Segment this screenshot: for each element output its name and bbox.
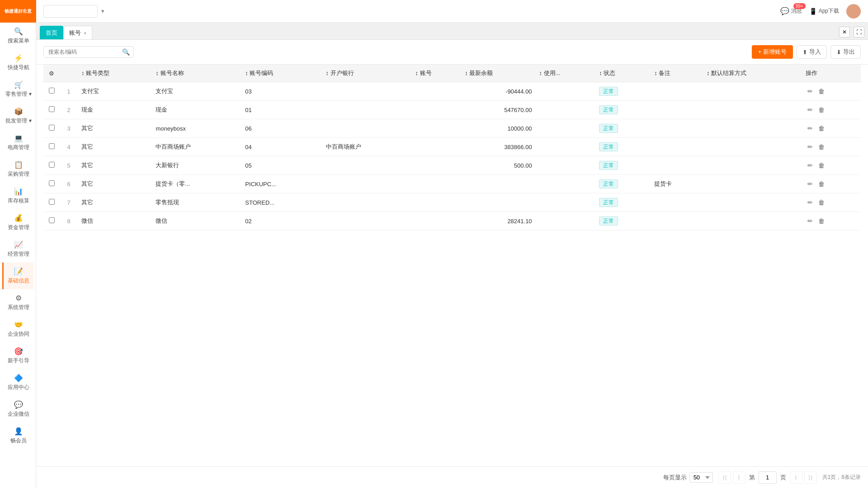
- col-type[interactable]: ↕ 账号类型: [78, 65, 152, 82]
- row-checkbox[interactable]: [43, 119, 60, 138]
- topbar-dropdown-icon[interactable]: ▾: [101, 8, 104, 14]
- row-usage: [536, 101, 596, 119]
- row-checkbox[interactable]: [43, 175, 60, 193]
- topbar-search-input[interactable]: [43, 5, 98, 18]
- row-type: 其它: [78, 175, 152, 193]
- row-code: 01: [241, 101, 322, 119]
- tab-home[interactable]: 首页: [40, 26, 63, 39]
- sidebar-item-快捷导航[interactable]: ⚡快捷导航: [2, 49, 33, 76]
- row-status: 正常: [595, 156, 651, 175]
- delete-button[interactable]: 🗑: [816, 179, 826, 188]
- row-actions: ✏ 🗑: [802, 138, 861, 156]
- row-checkbox[interactable]: [43, 101, 60, 119]
- row-checkbox[interactable]: [43, 82, 60, 101]
- edit-button[interactable]: ✏: [806, 87, 815, 96]
- add-account-button[interactable]: + 新增账号: [752, 45, 793, 59]
- sidebar-item-系统管理[interactable]: ⚙系统管理: [2, 289, 33, 316]
- row-usage: [536, 119, 596, 138]
- tab-maximize-button[interactable]: ⛶: [854, 27, 864, 38]
- col-usage[interactable]: ↕ 使用...: [536, 65, 596, 82]
- row-note: [651, 156, 703, 175]
- page-number-input[interactable]: [759, 471, 777, 484]
- page-prev-button[interactable]: ⟨: [733, 471, 745, 484]
- col-code[interactable]: ↕ 账号编码: [241, 65, 322, 82]
- table-row: 7 其它 零售抵现 STORED... 正常 ✏ 🗑: [43, 193, 861, 212]
- page-first-button[interactable]: ⟨⟨: [718, 471, 731, 484]
- col-name[interactable]: ↕ 账号名称: [152, 65, 241, 82]
- row-checkbox[interactable]: [43, 156, 60, 175]
- toolbar-right: + 新增账号 ⬆ 导入 ⬇ 导出: [752, 45, 861, 59]
- sidebar-item-资金管理[interactable]: 💰资金管理: [2, 209, 33, 236]
- row-no: 3: [60, 119, 78, 138]
- tab-account[interactable]: 账号 ×: [63, 26, 92, 39]
- edit-button[interactable]: ✏: [806, 198, 815, 207]
- row-status: 正常: [595, 175, 651, 193]
- row-default-payment: [703, 193, 802, 212]
- row-no: 2: [60, 101, 78, 119]
- export-button[interactable]: ⬇ 导出: [830, 45, 861, 59]
- edit-button[interactable]: ✏: [806, 124, 815, 133]
- tab-close-icon[interactable]: ×: [84, 30, 86, 36]
- sidebar-item-搜索菜单[interactable]: 🔍搜索菜单: [2, 23, 33, 49]
- edit-button[interactable]: ✏: [806, 142, 815, 151]
- message-button[interactable]: 💬 消息 99+: [780, 7, 802, 15]
- sidebar-item-采购管理[interactable]: 📋采购管理: [2, 156, 33, 183]
- edit-button[interactable]: ✏: [806, 161, 815, 170]
- sidebar-item-畅会员[interactable]: 👤畅会员: [2, 422, 33, 449]
- sidebar-item-库存核算[interactable]: 📊库存核算: [2, 183, 33, 209]
- sidebar-item-经营管理[interactable]: 📈经营管理: [2, 236, 33, 263]
- row-checkbox[interactable]: [43, 193, 60, 212]
- row-code: PICKUPC...: [241, 175, 322, 193]
- tab-close-all-button[interactable]: ✕: [839, 27, 850, 38]
- row-code: STORED...: [241, 193, 322, 212]
- row-type: 其它: [78, 193, 152, 212]
- delete-button[interactable]: 🗑: [816, 198, 826, 207]
- edit-button[interactable]: ✏: [806, 216, 815, 225]
- sidebar-item-企业协同[interactable]: 🤝企业协同: [2, 316, 33, 343]
- row-note: [651, 212, 703, 230]
- search-button[interactable]: 🔍: [118, 48, 133, 56]
- col-bank[interactable]: ↕ 开户银行: [322, 65, 412, 82]
- edit-button[interactable]: ✏: [806, 179, 815, 188]
- page-next-button[interactable]: ⟩: [790, 471, 802, 484]
- row-type: 其它: [78, 138, 152, 156]
- delete-button[interactable]: 🗑: [816, 142, 826, 151]
- sidebar-item-新手引导[interactable]: 🎯新手引导: [2, 343, 33, 369]
- delete-button[interactable]: 🗑: [816, 87, 826, 96]
- row-type: 现金: [78, 101, 152, 119]
- row-actions: ✏ 🗑: [802, 156, 861, 175]
- avatar[interactable]: [846, 4, 861, 19]
- sidebar-item-企业微信[interactable]: 💬企业微信: [2, 396, 33, 422]
- col-default-payment[interactable]: ↕ 默认结算方式: [703, 65, 802, 82]
- app-download-button[interactable]: 📱 App下载: [809, 7, 839, 15]
- col-settings[interactable]: ⚙: [43, 65, 60, 82]
- row-account: [411, 101, 461, 119]
- col-balance[interactable]: ↕ 最新余额: [461, 65, 535, 82]
- delete-button[interactable]: 🗑: [816, 124, 826, 133]
- sidebar-item-应用中心[interactable]: 🔷应用中心: [2, 369, 33, 396]
- row-usage: [536, 82, 596, 101]
- search-input[interactable]: [44, 47, 118, 57]
- sidebar-item-电商管理[interactable]: 💻电商管理: [2, 129, 33, 156]
- delete-button[interactable]: 🗑: [816, 161, 826, 170]
- page-size-select: 每页显示 50 10 20 100: [663, 472, 713, 483]
- sidebar-item-批发管理[interactable]: 📦批发管理 ▾: [2, 103, 33, 129]
- col-status[interactable]: ↕ 状态: [595, 65, 651, 82]
- edit-button[interactable]: ✏: [806, 105, 815, 114]
- import-button[interactable]: ⬆ 导入: [797, 45, 827, 59]
- sidebar-item-基础信息[interactable]: 📝基础信息: [2, 263, 33, 289]
- row-checkbox[interactable]: [43, 138, 60, 156]
- row-default-payment: [703, 82, 802, 101]
- row-checkbox[interactable]: [43, 212, 60, 230]
- col-note[interactable]: ↕ 备注: [651, 65, 703, 82]
- row-no: 8: [60, 212, 78, 230]
- per-page-select[interactable]: 50 10 20 100: [689, 472, 713, 483]
- sidebar-item-零售管理[interactable]: 🛒零售管理 ▾: [2, 76, 33, 103]
- delete-button[interactable]: 🗑: [816, 216, 826, 225]
- col-account[interactable]: ↕ 账号: [411, 65, 461, 82]
- page-last-button[interactable]: ⟩⟩: [804, 471, 817, 484]
- table-header-row: ⚙ ↕ 账号类型 ↕ 账号名称 ↕ 账号编码 ↕ 开户银行 ↕ 账号 ↕ 最新余…: [43, 65, 861, 82]
- row-no: 5: [60, 156, 78, 175]
- delete-button[interactable]: 🗑: [816, 105, 826, 114]
- sidebar-icon: 👤: [14, 427, 23, 436]
